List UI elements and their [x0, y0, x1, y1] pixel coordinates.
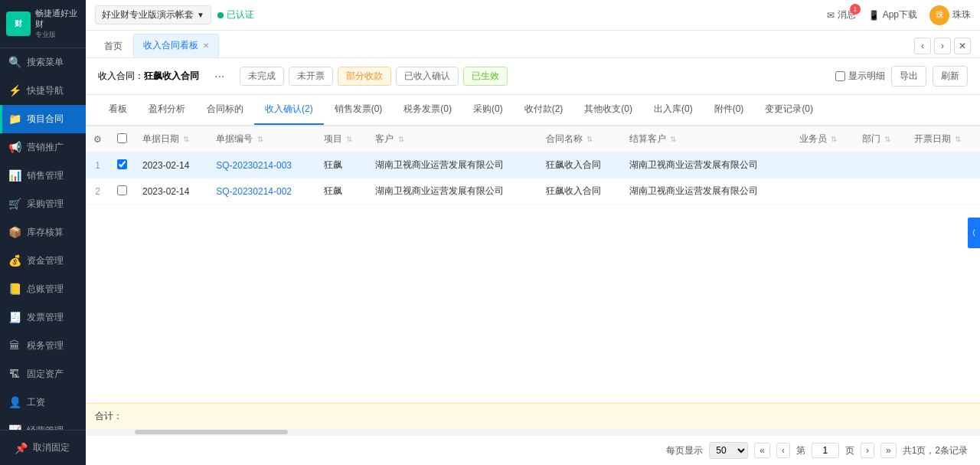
tax-icon: 🏛 [8, 339, 21, 352]
sidebar-item-capital[interactable]: 💰 资金管理 [0, 247, 86, 275]
pin-icon: 📌 [15, 442, 27, 454]
tab-nav-payment[interactable]: 收付款(2) [514, 95, 574, 125]
horizontal-scrollbar[interactable] [86, 429, 980, 435]
search-icon: 🔍 [8, 56, 21, 68]
tab-nav-board[interactable]: 看板 [98, 95, 138, 125]
table-area: ⚙ 单据日期 ⇅ 单据编号 ⇅ [86, 126, 980, 465]
sort-icon[interactable]: ⇅ [670, 135, 676, 143]
show-detail-label[interactable]: 显示明细 [835, 70, 885, 83]
checkbox-column-header[interactable] [109, 126, 135, 152]
tab-nav-tax-invoice[interactable]: 税务发票(0) [393, 95, 462, 125]
more-options-button[interactable]: ··· [208, 67, 230, 87]
per-page-select[interactable]: 50 10 20 100 [709, 442, 748, 459]
sidebar-item-sales[interactable]: 📊 销售管理 [0, 162, 86, 190]
prev-page-button[interactable]: ‹ [776, 443, 790, 458]
row-checkbox-1[interactable] [109, 152, 135, 178]
company-selector[interactable]: 好业财专业版演示帐套 ▼ [95, 5, 211, 25]
next-page-button[interactable]: › [861, 443, 874, 458]
status-partial-payment-btn[interactable]: 部分收款 [338, 67, 391, 86]
col-header-department: 部门 ⇅ [854, 126, 906, 152]
sidebar-item-invoice[interactable]: 🧾 发票管理 [0, 303, 86, 332]
tab-nav-prev-button[interactable]: ‹ [914, 38, 931, 54]
row-num-1: 1 [86, 152, 109, 178]
export-button[interactable]: 导出 [891, 66, 926, 87]
sidebar-item-label: 营销推广 [27, 141, 64, 154]
sidebar-item-quick-nav[interactable]: ⚡ 快捷导航 [0, 77, 86, 105]
first-page-button[interactable]: « [754, 443, 770, 458]
sort-icon[interactable]: ⇅ [346, 135, 352, 143]
tab-nav-next-button[interactable]: › [934, 38, 951, 54]
sort-icon[interactable]: ⇅ [398, 135, 404, 143]
tab-close-all-button[interactable]: ✕ [954, 38, 971, 54]
row-customer-2: 湖南卫视商业运营发展有限公司 [368, 178, 537, 205]
table-row[interactable]: 2 2023-02-14 SQ-20230214-002 狂飙 湖南卫视商业运营… [86, 178, 980, 205]
contract-title-area: 收入合同：狂飙收入合同 ··· 未完成 未开票 部分收款 已收入确认 已生效 [98, 67, 508, 87]
tab-home[interactable]: 首页 [95, 35, 132, 57]
tab-nav-other-income[interactable]: 其他收支(0) [573, 95, 643, 125]
sidebar-item-operation[interactable]: 📈 经营管理 [0, 417, 86, 430]
status-uninvoiced-btn[interactable]: 未开票 [289, 67, 333, 86]
unpin-button[interactable]: 📌 取消固定 [6, 437, 80, 459]
cart-icon: 🛒 [8, 198, 21, 210]
status-revenue-recognized-btn[interactable]: 已收入确认 [396, 67, 459, 86]
sort-icon[interactable]: ⇅ [183, 135, 189, 143]
home-label: 首页 [104, 40, 122, 53]
row-department-1 [854, 152, 906, 178]
tab-nav-in-out-warehouse[interactable]: 出入库(0) [643, 95, 704, 125]
row-salesperson-1 [792, 152, 854, 178]
user-menu[interactable]: 珠 珠珠 [929, 5, 971, 25]
status-incomplete-btn[interactable]: 未完成 [240, 67, 284, 86]
show-detail-checkbox[interactable] [835, 71, 845, 81]
row-date-2: 2023-02-14 [135, 178, 208, 205]
last-page-button[interactable]: » [880, 443, 897, 458]
sidebar-item-search[interactable]: 🔍 搜索菜单 [0, 48, 86, 77]
sort-icon[interactable]: ⇅ [884, 135, 890, 143]
order-link-2[interactable]: SQ-20230214-002 [216, 186, 292, 197]
tab-nav-contract-subject[interactable]: 合同标的 [196, 95, 254, 125]
tab-nav-purchase[interactable]: 采购(0) [462, 95, 514, 125]
scrollbar-thumb[interactable] [135, 430, 288, 434]
tab-contract-board[interactable]: 收入合同看板 ✕ [133, 34, 219, 57]
download-icon: 📱 [868, 10, 880, 21]
sort-icon[interactable]: ⇅ [257, 135, 263, 143]
row-settlement-2: 湖南卫视商业运营发展有限公司 [622, 178, 792, 205]
tab-nav-sales-invoice[interactable]: 销售发票(0) [324, 95, 394, 125]
sidebar-item-hr[interactable]: 👤 工资 [0, 388, 86, 417]
order-link-1[interactable]: SQ-20230214-003 [216, 160, 292, 171]
app-download-button[interactable]: 📱 App下载 [868, 8, 917, 21]
sort-icon[interactable]: ⇅ [955, 135, 961, 143]
sidebar-item-tax[interactable]: 🏛 税务管理 [0, 332, 86, 360]
receipt-icon: 🧾 [8, 311, 21, 323]
sidebar-item-purchase[interactable]: 🛒 采购管理 [0, 190, 86, 218]
sidebar-item-label: 库存核算 [27, 226, 64, 239]
tab-nav-profit[interactable]: 盈利分析 [138, 95, 196, 125]
sidebar-item-marketing[interactable]: 📢 营销推广 [0, 133, 86, 162]
unpin-label: 取消固定 [33, 441, 70, 454]
sort-icon[interactable]: ⇅ [586, 135, 593, 143]
sidebar-item-label: 发票管理 [27, 311, 64, 324]
table-row[interactable]: 1 2023-02-14 SQ-20230214-003 狂飙 湖南卫视商业运营… [86, 152, 980, 178]
message-button[interactable]: ✉ 消息 1 [827, 8, 856, 21]
sidebar-item-inventory[interactable]: 📦 库存核算 [0, 218, 86, 247]
settings-column-header[interactable]: ⚙ [86, 126, 109, 152]
col-header-salesperson: 业务员 ⇅ [792, 126, 854, 152]
row-checkbox-2[interactable] [109, 178, 135, 205]
sidebar-item-general-ledger[interactable]: 📒 总账管理 [0, 275, 86, 303]
sidebar-item-project-contract[interactable]: 📁 项目合同 [0, 105, 86, 133]
status-effective-btn[interactable]: 已生效 [463, 67, 508, 86]
sort-icon[interactable]: ⇅ [831, 135, 837, 143]
tab-nav-change-log[interactable]: 变更记录(0) [754, 95, 824, 125]
right-panel-expand-button[interactable]: ⟨ [968, 218, 980, 248]
tab-nav-attachments[interactable]: 附件(0) [704, 95, 755, 125]
table-wrapper[interactable]: ⚙ 单据日期 ⇅ 单据编号 ⇅ [86, 126, 980, 403]
col-header-settlement-customer: 结算客户 ⇅ [622, 126, 792, 152]
tab-close-icon[interactable]: ✕ [203, 41, 209, 50]
money-icon: 💰 [8, 254, 21, 267]
sidebar-item-label: 搜索菜单 [27, 56, 64, 69]
per-page-label: 每页显示 [666, 444, 703, 457]
page-number-input[interactable] [812, 443, 839, 458]
sidebar-item-fixed-assets[interactable]: 🏗 固定资产 [0, 360, 86, 388]
refresh-button[interactable]: 刷新 [933, 66, 968, 87]
tab-nav-revenue-confirm[interactable]: 收入确认(2) [254, 95, 324, 125]
select-all-checkbox[interactable] [117, 133, 127, 143]
